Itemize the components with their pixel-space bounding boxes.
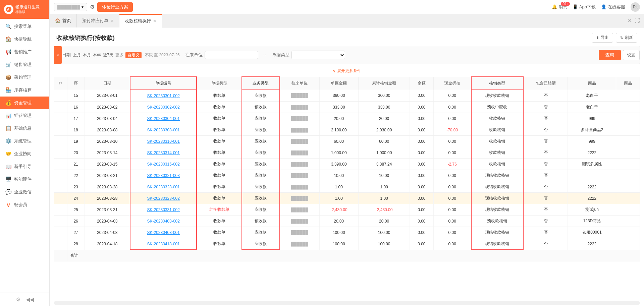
doc-type-select[interactable] [291,51,345,59]
online-service-button[interactable]: 👤 在线客服 [601,4,625,10]
table-row[interactable]: 182023-03-08SK-20230308-001收款单应收款██████2… [54,124,640,136]
col-settings-icon[interactable]: ⚙ [58,81,62,85]
sidebar-item-marketing[interactable]: 📢 营销推广 [0,46,49,58]
sidebar-item-finance[interactable]: 💰 资金管理 [0,97,49,109]
cell-doc-no[interactable]: SK-20230302-002 [130,102,197,113]
table-row[interactable]: 202023-03-14SK-20230314-001收款单应收款██████1… [54,147,640,159]
company-selector[interactable]: ████████ ▾ [54,3,87,11]
unit-dots[interactable]: ··· [260,52,267,58]
cell-writeoff: 1.00 [359,193,410,204]
date-opt-7days[interactable]: 近7天 [103,52,113,58]
tab-receipt-close[interactable]: ✕ [153,19,156,23]
table-row[interactable]: 272023-04-08SK-20230408-001收款单应收款██████1… [54,227,640,238]
sidebar-item-inventory[interactable]: 🏪 库存核算 [0,84,49,97]
cell-balance: 0.00 [410,136,434,147]
cell-date: 2023-03-28 [85,193,130,204]
table-row[interactable]: 152023-03-01SK-20230301-002收款单应收款██████3… [54,90,640,102]
cell-doc-no[interactable]: SK-20230310-001 [130,136,197,147]
cell-doc-no[interactable]: SK-20230321-003 [130,170,197,181]
collapse-icon[interactable]: ◀◀ [26,296,34,303]
cell-unit: ██████ [280,170,319,181]
custom-date-button[interactable]: 自定义 [125,52,142,58]
tab-prepay-close[interactable]: ✕ [110,18,114,23]
app-icon: 📱 [573,4,578,9]
query-button[interactable]: 查询 [599,50,621,60]
export-button[interactable]: ⬆ 导出 [592,33,613,43]
tab-home[interactable]: 🏠 首页 [50,14,77,27]
date-opt-thisyear[interactable]: 本年 [93,52,101,58]
filter-settings-button[interactable]: 设置 [623,50,640,60]
cell-goods2 [616,204,640,216]
refresh-button[interactable]: ↻ 刷新 [616,33,637,43]
sidebar-item-member[interactable]: V 畅会员 [0,198,49,211]
cell-goods: 123D商品 [568,216,616,227]
cell-type: 收款核销 [471,113,523,124]
solution-button[interactable]: 体验行业方案 [97,2,133,12]
filter-toggle-button[interactable]: » [54,46,62,64]
table-row[interactable]: 282023-04-18SK-20230418-001收款单应收款██████1… [54,238,640,250]
cell-include-settled: 否 [523,181,568,193]
sidebar-item-operation[interactable]: 📊 经营管理 [0,109,49,122]
sidebar-item-hardware[interactable]: 🖥️ 智能硬件 [0,173,49,186]
sidebar-item-search[interactable]: 🔍 搜索菜单 [0,20,49,33]
cell-writeoff: 333.00 [359,102,410,113]
expand-button[interactable]: ∨ 展开更多条件 [333,68,361,74]
sidebar-item-nav[interactable]: 🏠 快捷导航 [0,33,49,46]
cell-goods: 2222 [568,181,616,193]
sidebar-item-basic[interactable]: 📋 基础信息 [0,122,49,135]
table-row[interactable]: 172023-03-04SK-20230304-001收款单应收款██████2… [54,113,640,124]
cell-writeoff: 3,387.24 [359,159,410,170]
tab-prepay[interactable]: 预付冲应付单 ✕ [77,14,119,27]
sidebar-item-purchase[interactable]: 📦 采购管理 [0,71,49,84]
date-opt-lastmonth[interactable]: 上月 [73,52,81,58]
cell-doc-no[interactable]: SK-20230403-002 [130,216,197,227]
cell-doc-no[interactable]: SK-20230331-002 [130,204,197,216]
table-row[interactable]: 222023-03-21SK-20230321-003收款单应收款██████1… [54,170,640,181]
cell-doc-no[interactable]: SK-20230408-001 [130,227,197,238]
cell-doc-no[interactable]: SK-20230301-002 [130,90,197,102]
date-opt-thismonth[interactable]: 本月 [83,52,91,58]
cell-doc-no[interactable]: SK-20230315-002 [130,159,197,170]
table-row[interactable]: 262023-04-03SK-20230403-002收款单预收款██████2… [54,216,640,227]
settings-footer-icon[interactable]: ⚙ [16,296,20,303]
user-avatar[interactable]: Rit [631,2,640,12]
gear-icon[interactable]: ⚙ [90,4,95,10]
cell-goods: 多计量商品2 [568,124,616,136]
cell-doc-no[interactable]: SK-20230328-002 [130,193,197,204]
tab-expand-icon[interactable]: ⛶ [635,18,640,24]
app-download-button[interactable]: 📱 App下载 [573,4,596,10]
table-row[interactable]: 162023-03-02SK-20230302-002收款单预收款██████3… [54,102,640,113]
table-row[interactable]: 252023-03-31SK-20230331-002红字收款单应收款█████… [54,204,640,216]
cell-no: 17 [67,113,85,124]
sidebar-item-system[interactable]: ⚙️ 系统管理 [0,135,49,147]
message-button[interactable]: 🔔 消息 99+ [552,4,567,10]
tab-close-all-icon[interactable]: ✕ [628,17,632,24]
cell-balance: 0.00 [410,181,434,193]
unit-input[interactable] [205,51,258,59]
sidebar-item-wechat[interactable]: 💬 企业微信 [0,186,49,198]
table-row[interactable]: 192023-03-10SK-20230310-001收款单应收款██████6… [54,136,640,147]
col-settings[interactable]: ⚙ [54,77,67,90]
horizontal-scrollbar[interactable] [54,301,640,305]
table-row[interactable]: 212023-03-15SK-20230315-002收款单应收款██████3… [54,159,640,170]
cell-doc-no[interactable]: SK-20230304-001 [130,113,197,124]
cell-doc-no[interactable]: SK-20230308-001 [130,124,197,136]
sidebar-item-corp[interactable]: 🤝 企业协同 [0,147,49,160]
cell-doc-no[interactable]: SK-20230314-001 [130,147,197,159]
logo-text: 畅康道好生意 标推版 [15,5,40,14]
col-doc-no: 单据编号 [130,77,197,90]
cell-goods2 [616,136,640,147]
table-row[interactable]: 242023-03-28SK-20230328-002收款单应收款██████1… [54,193,640,204]
content: 收款核销执行(按收款) ⬆ 导出 ↻ 刷新 » 日期 上月 本月 [50,27,644,306]
table-row[interactable]: 232023-03-28SK-20230328-001收款单应收款██████1… [54,181,640,193]
topbar: ████████ ▾ ⚙ 体验行业方案 🔔 消息 99+ 📱 App下载 👤 在… [50,0,644,14]
inventory-icon: 🏪 [5,87,11,93]
cell-doc-no[interactable]: SK-20230418-001 [130,238,197,250]
sidebar-item-guide[interactable]: 📖 新手引导 [0,160,49,173]
sidebar-item-sales[interactable]: 🛒 销售管理 [0,58,49,71]
cell-biz-type: 应收款 [242,227,280,238]
cell-biz-type: 应收款 [242,147,280,159]
date-opt-more[interactable]: 更多 [115,52,123,58]
tab-receipt[interactable]: 收款核销执行 ✕ [119,14,162,27]
cell-doc-no[interactable]: SK-20230328-001 [130,181,197,193]
